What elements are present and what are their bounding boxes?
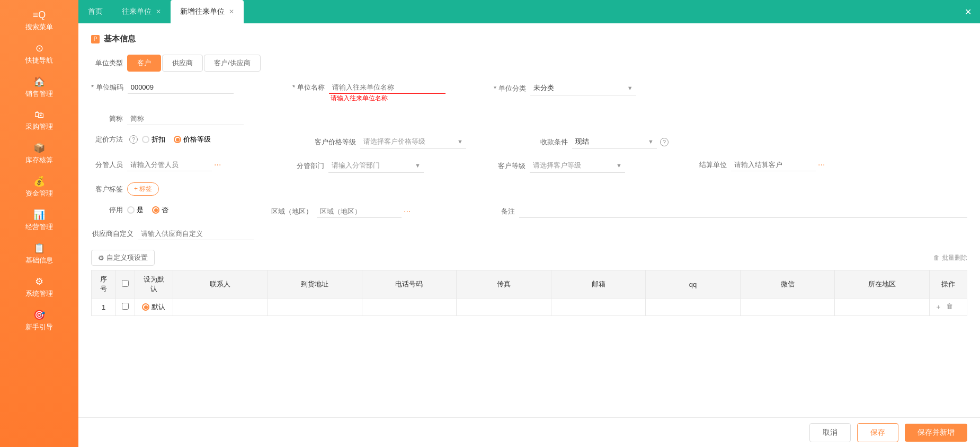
tab-close-all[interactable]: ✕ [956, 7, 980, 17]
tab-partner[interactable]: 往来单位 ✕ [112, 0, 171, 23]
contact-input[interactable] [179, 303, 262, 311]
td-index: 1 [92, 299, 116, 316]
customer-level-placeholder: 请选择客户等级 [533, 161, 614, 170]
dept-label: 分管部门 [292, 161, 324, 171]
sidebar-item-finance[interactable]: 💰 资金管理 [0, 170, 78, 204]
td-qq[interactable] [646, 299, 741, 316]
th-email: 邮箱 [551, 270, 646, 299]
payment-select[interactable]: 现结 ▼ [572, 135, 657, 149]
unit-category-select[interactable]: 未分类 ▼ [530, 81, 636, 95]
sidebar-item-basics[interactable]: 📋 基础信息 [0, 237, 78, 270]
default-radio[interactable] [142, 303, 149, 311]
th-wechat: 微信 [740, 270, 835, 299]
delete-row-icon[interactable]: 🗑 [946, 302, 953, 312]
close-partner-tab[interactable]: ✕ [156, 8, 161, 15]
table-header-row: 序号 设为默认 联系人 到货地址 电话号码 传真 邮箱 qq 微信 所在地区 操… [92, 270, 967, 299]
contact-table: 序号 设为默认 联系人 到货地址 电话号码 传真 邮箱 qq 微信 所在地区 操… [91, 270, 967, 316]
region-input[interactable] [317, 205, 402, 218]
tab-home[interactable]: 首页 [78, 0, 112, 23]
td-address[interactable] [268, 299, 362, 316]
table-region-input[interactable] [840, 303, 924, 311]
email-input[interactable] [557, 303, 640, 311]
pricing-help-icon[interactable]: ? [129, 135, 138, 144]
disabled-no[interactable]: 否 [152, 205, 168, 215]
close-new-partner-tab[interactable]: ✕ [229, 8, 234, 15]
settle-unit-more[interactable]: ··· [818, 160, 825, 170]
settle-unit-label: 结算单位 [695, 160, 727, 170]
finance-icon: 💰 [33, 176, 45, 187]
td-action: ＋ 🗑 [929, 299, 967, 316]
td-checkbox[interactable] [116, 299, 135, 316]
custom-settings-button[interactable]: ⚙ 自定义项设置 [91, 250, 155, 266]
manager-more[interactable]: ··· [214, 160, 221, 170]
manager-input[interactable] [127, 159, 212, 171]
pricing-price-level[interactable]: 价格等级 [174, 135, 211, 144]
save-button[interactable]: 保存 [857, 423, 898, 442]
content-wrapper: P 基本信息 单位类型 客户 供应商 客户/供应商 * 单位编码 [78, 23, 980, 447]
sidebar-item-operations[interactable]: 📊 经营管理 [0, 204, 78, 237]
pricing-discount-radio[interactable] [142, 136, 149, 143]
td-phone[interactable] [362, 299, 457, 316]
add-tag-button[interactable]: + 标签 [127, 182, 159, 196]
unit-category-arrow: ▼ [627, 85, 633, 91]
remark-input[interactable] [519, 205, 967, 218]
settle-unit-input[interactable] [731, 159, 816, 171]
tab-new-partner[interactable]: 新增往来单位 ✕ [171, 0, 244, 23]
sidebar-item-sales[interactable]: 🏠 销售管理 [0, 71, 78, 104]
add-row-icon[interactable]: ＋ [935, 302, 942, 312]
table-row: 1 默认 [92, 299, 967, 316]
settle-unit-group: 结算单位 ··· [695, 159, 875, 171]
td-wechat[interactable] [740, 299, 835, 316]
td-contact[interactable] [173, 299, 268, 316]
disabled-yes-radio[interactable] [127, 206, 135, 214]
th-phone: 电话号码 [362, 270, 457, 299]
sidebar-item-newbie[interactable]: 🎯 新手引导 [0, 304, 78, 337]
wechat-input[interactable] [746, 303, 830, 311]
customer-level-select[interactable]: 请选择客户等级 ▼ [530, 159, 625, 173]
newbie-icon: 🎯 [33, 309, 45, 321]
short-name-input[interactable] [127, 112, 244, 125]
td-email[interactable] [551, 299, 646, 316]
close-all-icon[interactable]: ✕ [956, 7, 980, 16]
unit-type-both[interactable]: 客户/供应商 [204, 55, 261, 72]
phone-input[interactable] [368, 303, 451, 311]
unit-code-input[interactable] [128, 81, 234, 94]
unit-category-label: * 单位分类 [494, 84, 526, 93]
short-name-row: 简称 [91, 112, 967, 125]
region-more[interactable]: ··· [404, 207, 411, 216]
supplier-custom-input[interactable] [138, 227, 254, 240]
disabled-yes[interactable]: 是 [127, 205, 144, 215]
payment-group: 收款条件 现结 ▼ ? [536, 135, 737, 149]
customer-level-arrow: ▼ [616, 162, 622, 169]
th-region: 所在地区 [835, 270, 930, 299]
customer-price-select[interactable]: 请选择客户价格等级 ▼ [360, 135, 466, 149]
select-all-checkbox[interactable] [122, 280, 129, 287]
payment-help-icon[interactable]: ? [660, 138, 669, 146]
save-new-button[interactable]: 保存并新增 [905, 424, 967, 442]
td-fax[interactable] [457, 299, 551, 316]
fax-input[interactable] [462, 303, 546, 311]
unit-type-customer[interactable]: 客户 [127, 55, 161, 72]
disabled-no-radio[interactable] [152, 206, 159, 214]
qq-input[interactable] [651, 303, 735, 311]
dept-select[interactable]: 请输入分管部门 ▼ [328, 159, 424, 173]
th-checkbox[interactable] [116, 270, 135, 299]
pricing-price-level-radio[interactable] [174, 136, 181, 143]
batch-delete-button[interactable]: 🗑 批量删除 [933, 253, 967, 262]
th-qq: qq [646, 270, 741, 299]
address-input[interactable] [273, 303, 357, 311]
sidebar-item-search[interactable]: ≡Q 搜索菜单 [0, 4, 78, 37]
disabled-label: 停用 [91, 205, 123, 215]
unit-category-value: 未分类 [533, 83, 625, 93]
sidebar-item-quicknav[interactable]: ⊙ 快捷导航 [0, 37, 78, 71]
row-checkbox[interactable] [122, 303, 129, 310]
sidebar-item-system[interactable]: ⚙ 系统管理 [0, 270, 78, 304]
cancel-button[interactable]: 取消 [809, 423, 851, 442]
unit-type-supplier[interactable]: 供应商 [162, 55, 203, 72]
sidebar-item-purchase[interactable]: 🛍 采购管理 [0, 104, 78, 137]
sidebar-item-inventory[interactable]: 📦 库存核算 [0, 137, 78, 170]
unit-name-input[interactable] [329, 81, 446, 94]
pricing-discount[interactable]: 折扣 [142, 135, 165, 144]
quicknav-icon: ⊙ [35, 42, 43, 54]
td-region[interactable] [835, 299, 930, 316]
